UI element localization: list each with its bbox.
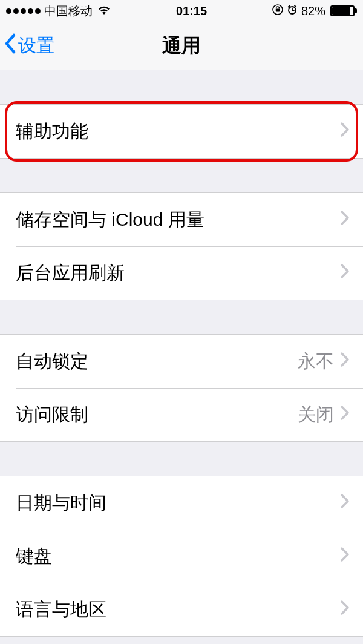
row-label: 自动锁定 [16, 349, 298, 374]
svg-rect-1 [276, 8, 280, 12]
status-bar: 中国移动 01:15 82% [0, 0, 363, 22]
page-title: 通用 [162, 33, 201, 59]
chevron-right-icon [340, 209, 350, 230]
settings-group-datetime-keyboard-lang: 日期与时间 键盘 语言与地区 [0, 476, 363, 637]
row-restrictions[interactable]: 访问限制 关闭 [0, 388, 363, 441]
group-spacer [0, 300, 363, 334]
battery-percent: 82% [301, 4, 325, 18]
row-label: 访问限制 [16, 402, 298, 427]
svg-line-5 [288, 5, 290, 7]
alarm-icon [287, 4, 298, 18]
row-keyboard[interactable]: 键盘 [0, 530, 363, 583]
row-accessibility[interactable]: 辅助功能 [0, 105, 363, 158]
group-spacer [0, 442, 363, 476]
row-label: 后台应用刷新 [16, 261, 340, 286]
settings-group-lock-restrict: 自动锁定 永不 访问限制 关闭 [0, 334, 363, 442]
row-value: 永不 [298, 349, 334, 374]
svg-line-6 [295, 5, 296, 7]
group-spacer [0, 159, 363, 192]
row-value: 关闭 [298, 402, 334, 427]
row-background-refresh[interactable]: 后台应用刷新 [0, 246, 363, 300]
chevron-right-icon [340, 599, 350, 620]
battery-icon [329, 5, 357, 16]
chevron-right-icon [340, 121, 350, 142]
row-label: 日期与时间 [16, 491, 340, 516]
chevron-left-icon [4, 33, 17, 59]
row-storage-icloud[interactable]: 储存空间与 iCloud 用量 [0, 193, 363, 246]
row-language-region[interactable]: 语言与地区 [0, 583, 363, 636]
chevron-right-icon [340, 546, 350, 567]
back-label: 设置 [18, 33, 54, 58]
settings-group-accessibility: 辅助功能 [0, 104, 363, 159]
row-date-time[interactable]: 日期与时间 [0, 476, 363, 530]
wifi-icon [97, 4, 111, 18]
status-right: 82% [272, 4, 357, 18]
row-label: 键盘 [16, 544, 340, 569]
row-label: 语言与地区 [16, 597, 340, 622]
chevron-right-icon [340, 493, 350, 513]
row-label: 辅助功能 [16, 119, 340, 144]
orientation-lock-icon [272, 4, 283, 18]
row-auto-lock[interactable]: 自动锁定 永不 [0, 335, 363, 388]
nav-bar: 设置 通用 [0, 22, 363, 70]
chevron-right-icon [340, 263, 350, 283]
group-spacer [0, 70, 363, 104]
status-left: 中国移动 [6, 3, 111, 19]
row-label: 储存空间与 iCloud 用量 [16, 208, 340, 232]
back-button[interactable]: 设置 [4, 33, 54, 59]
settings-group-storage: 储存空间与 iCloud 用量 后台应用刷新 [0, 192, 363, 300]
signal-strength-icon [6, 8, 41, 14]
chevron-right-icon [340, 404, 350, 425]
chevron-right-icon [340, 351, 350, 372]
status-time: 01:15 [176, 4, 207, 18]
carrier-label: 中国移动 [44, 3, 93, 19]
